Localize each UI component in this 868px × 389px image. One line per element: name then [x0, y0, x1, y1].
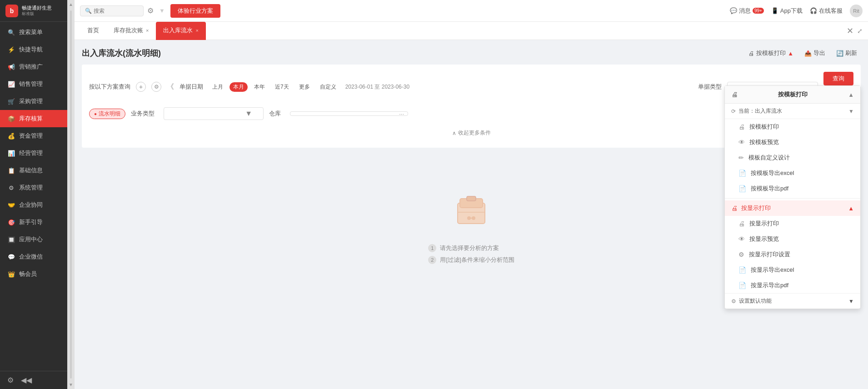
tab-home-label: 首页	[87, 26, 99, 35]
dropdown-item-label-display-print: 按显示打印	[749, 219, 779, 228]
dropdown-expand-icon[interactable]: ▲	[848, 91, 854, 98]
dropdown-item-label-display-settings: 按显示打印设置	[749, 250, 790, 259]
sidebar-item-purchase[interactable]: 🛒 采购管理	[0, 93, 67, 110]
filter-settings-icon: ⚙	[154, 84, 159, 90]
warehouse-label: 仓库	[269, 110, 281, 118]
dropdown-item-template-preview[interactable]: 👁 按模板预览	[725, 135, 860, 150]
guide-icon: 🎯	[7, 218, 15, 226]
sidebar-item-sales[interactable]: 📈 销售管理	[0, 75, 67, 93]
flow-tag-label: 流水明细	[99, 110, 120, 118]
sidebar-item-label-wechat: 企业微信	[19, 253, 43, 261]
dropdown-item-display-excel[interactable]: 📄 按显示导出excel	[725, 262, 860, 278]
collapse-icon[interactable]: ◀◀	[21, 376, 32, 384]
filter-add-btn[interactable]: +	[136, 82, 146, 92]
export-btn[interactable]: 📤 导出	[801, 47, 829, 59]
sidebar-item-label-quick-nav: 快捷导航	[19, 45, 43, 54]
scroll-down-icon[interactable]: ▼	[69, 380, 73, 389]
sidebar-item-inventory[interactable]: 📦 库存核算	[0, 110, 67, 127]
window-close-btn[interactable]: ✕	[847, 26, 853, 36]
sidebar-item-label-corp: 企业协同	[19, 201, 43, 209]
dropdown-item-display-print[interactable]: 🖨 按显示打印	[725, 216, 860, 231]
template-preview-icon: 👁	[738, 139, 745, 146]
sidebar-item-finance[interactable]: 💰 资金管理	[0, 127, 67, 145]
app-name: 畅捷通好生意	[22, 5, 52, 11]
scroll-up-icon[interactable]: ▲	[69, 0, 73, 9]
sidebar-item-marketing[interactable]: 📢 营销推广	[0, 58, 67, 75]
sidebar-item-corp[interactable]: 🤝 企业协同	[0, 196, 67, 214]
warehouse-select[interactable]: ···	[290, 111, 408, 116]
tab-batch-close[interactable]: ×	[146, 28, 149, 33]
sidebar-item-system[interactable]: ⚙ 系统管理	[0, 179, 67, 196]
print-template-label: 按模板打印	[756, 49, 786, 57]
user-avatar[interactable]: Rit	[850, 5, 863, 17]
dropdown-item-template-pdf[interactable]: 📄 按模板导出pdf	[725, 181, 860, 196]
online-service-label: 在线客服	[819, 7, 843, 15]
sidebar-item-label-marketing: 营销推广	[19, 63, 43, 71]
dropdown-item-template-print[interactable]: 🖨 按模板打印	[725, 119, 860, 135]
date-option-this-year[interactable]: 本年	[250, 82, 269, 92]
display-print-icon: 🖨	[738, 220, 745, 227]
message-badge: 99+	[753, 8, 764, 14]
sidebar-item-operations[interactable]: 📊 经营管理	[0, 145, 67, 162]
online-service-action[interactable]: 🎧 在线客服	[810, 7, 843, 15]
topbar: 🔍 ⚙ ▼ 体验行业方案 💬 消息 99+ 📱 App下载 🎧 在线客服 Rit	[75, 0, 868, 22]
tab-home[interactable]: 首页	[80, 22, 106, 40]
topbar-search-box[interactable]: 🔍	[80, 5, 144, 16]
sidebar-item-member[interactable]: 👑 畅会员	[0, 265, 67, 283]
dropdown-title: 按模板打印	[778, 90, 808, 99]
dropdown-footer[interactable]: ⚙ 设置默认功能 ▼	[725, 293, 860, 309]
search-icon: 🔍	[7, 28, 15, 36]
display-group-header[interactable]: 🖨 按显示打印 ▲	[725, 200, 860, 216]
tab-flow[interactable]: 出入库流水 ×	[156, 22, 205, 40]
window-expand-btn[interactable]: ⤢	[857, 27, 863, 35]
sidebar-item-quick-nav[interactable]: ⚡ 快捷导航	[0, 41, 67, 58]
current-arrow-icon[interactable]: ▼	[848, 108, 854, 115]
dropdown-item-template-excel[interactable]: 📄 按模板导出excel	[725, 165, 860, 181]
app-download-action[interactable]: 📱 App下载	[771, 7, 803, 15]
industry-btn[interactable]: 体验行业方案	[170, 4, 220, 18]
message-action[interactable]: 💬 消息 99+	[730, 7, 764, 15]
filter-collapse-btn[interactable]: 《	[167, 82, 174, 92]
dropdown-item-display-pdf[interactable]: 📄 按显示导出pdf	[725, 278, 860, 293]
message-label: 消息	[739, 7, 751, 15]
print-icon: 🖨	[748, 50, 754, 57]
tab-flow-label: 出入库流水	[163, 26, 193, 35]
print-template-btn[interactable]: 🖨 按模板打印 ▲	[745, 47, 797, 59]
date-option-more[interactable]: 更多	[295, 82, 314, 92]
flow-tag[interactable]: ● 流水明细	[89, 109, 125, 119]
date-option-7days[interactable]: 近7天	[271, 82, 293, 92]
tab-batch[interactable]: 库存批次账 ×	[106, 22, 156, 40]
corp-icon: 🤝	[7, 201, 15, 209]
sidebar-item-wechat[interactable]: 💬 企业微信	[0, 248, 67, 265]
dropdown-item-display-settings[interactable]: ⚙ 按显示打印设置	[725, 247, 860, 262]
search-input[interactable]	[94, 8, 139, 14]
empty-icon	[449, 190, 494, 235]
dropdown-item-display-preview[interactable]: 👁 按显示预览	[725, 231, 860, 247]
chevron-up-icon: ▲	[788, 50, 793, 57]
export-label: 导出	[813, 49, 825, 57]
sidebar-item-apps[interactable]: 🔲 应用中心	[0, 231, 67, 248]
sidebar-item-label-sales: 销售管理	[19, 80, 43, 88]
sidebar-item-search[interactable]: 🔍 搜索菜单	[0, 24, 67, 41]
settings-icon[interactable]: ⚙	[7, 376, 14, 384]
dropdown-item-template-design[interactable]: ✏ 模板自定义设计	[725, 150, 860, 165]
sidebar-item-label-apps: 应用中心	[19, 235, 43, 244]
empty-step-1: 1 请先选择要分析的方案	[428, 244, 514, 252]
template-design-icon: ✏	[738, 154, 744, 161]
biz-type-select[interactable]: ▼	[164, 107, 264, 120]
dropdown-item-label-display-preview: 按显示预览	[749, 235, 779, 243]
sidebar-item-guide[interactable]: 🎯 新手引导	[0, 214, 67, 231]
refresh-btn[interactable]: 🔄 刷新	[833, 47, 861, 59]
topbar-gear-icon[interactable]: ⚙	[147, 6, 154, 15]
date-option-custom[interactable]: 自定义	[316, 82, 340, 92]
query-btn[interactable]: 查询	[823, 72, 853, 85]
sidebar-item-label-guide: 新手引导	[19, 218, 43, 226]
tab-flow-close[interactable]: ×	[195, 28, 198, 33]
sidebar-item-basic[interactable]: 📋 基础信息	[0, 162, 67, 179]
date-option-last-month[interactable]: 上月	[209, 82, 227, 92]
sidebar-scroll: ▲ ▼	[67, 0, 75, 389]
filter-settings-btn[interactable]: ⚙	[151, 82, 161, 92]
date-range-display: 2023-06-01 至 2023-06-30	[345, 83, 409, 91]
date-option-this-month[interactable]: 本月	[229, 82, 248, 92]
refresh-label: 刷新	[845, 49, 857, 57]
